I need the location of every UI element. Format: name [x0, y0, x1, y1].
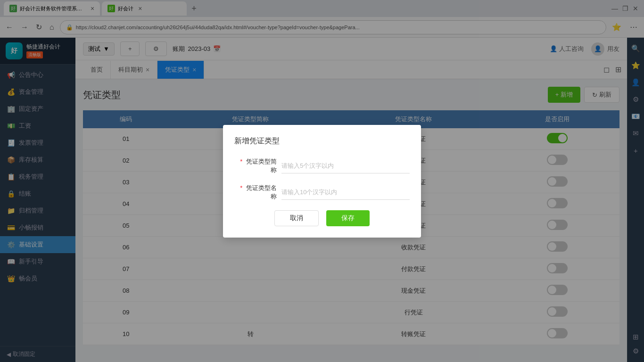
add-voucher-modal: 新增凭证类型 * 凭证类型简称 * 凭证类型名称 取消 保存	[223, 125, 421, 238]
name-label-text: 凭证类型名称	[246, 184, 277, 200]
abbr-label-text: 凭证类型简称	[246, 158, 277, 173]
form-row-abbr: * 凭证类型简称	[234, 157, 410, 174]
name-input[interactable]	[281, 185, 410, 200]
abbr-input[interactable]	[281, 158, 410, 173]
save-button[interactable]: 保存	[326, 210, 370, 226]
abbr-label: * 凭证类型简称	[234, 157, 281, 174]
modal-title: 新增凭证类型	[234, 136, 410, 146]
name-label: * 凭证类型名称	[234, 184, 281, 201]
required-star-name: *	[240, 184, 242, 191]
form-row-name: * 凭证类型名称	[234, 184, 410, 201]
required-star-abbr: *	[240, 158, 242, 165]
modal-overlay: 新增凭证类型 * 凭证类型简称 * 凭证类型名称 取消 保存	[0, 0, 644, 362]
cancel-button[interactable]: 取消	[274, 210, 319, 226]
modal-footer: 取消 保存	[234, 210, 410, 226]
